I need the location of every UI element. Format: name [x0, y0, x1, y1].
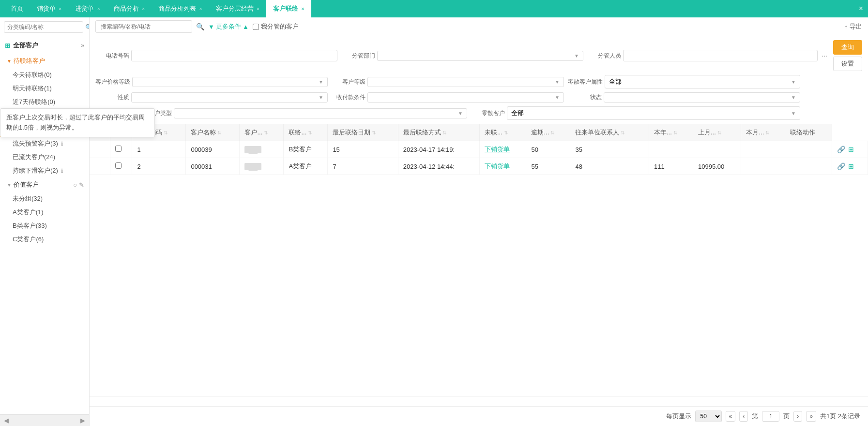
caret-gender: ▼ — [319, 95, 323, 100]
th-last-month: 上月...⇅ — [693, 124, 741, 141]
chevron-up-icon: ▲ — [243, 23, 249, 30]
select-customer-type[interactable]: ▼ — [174, 108, 467, 118]
select-dept[interactable]: ▼ — [377, 51, 583, 61]
sort-icon-code: ⇅ — [164, 130, 168, 135]
sidebar-pending-header[interactable]: ▼ 待联络客户 — [0, 54, 89, 68]
sidebar-item-a-class[interactable]: A类客户(1) — [0, 206, 89, 219]
query-button[interactable]: 查询 — [833, 40, 862, 55]
label-scattered-customer: 零散客户 — [471, 109, 505, 118]
td-this-month-1 — [785, 158, 832, 175]
settings-button[interactable]: 设置 — [833, 57, 862, 71]
nav-close-sales[interactable]: × — [59, 6, 61, 12]
last-page-button[interactable]: » — [806, 411, 816, 422]
nav-home[interactable]: 首页 — [4, 0, 30, 17]
prev-page-button[interactable]: ‹ — [739, 411, 748, 422]
sidebar-item-loss-preview[interactable]: 流失预警客户(3) ℹ — [0, 137, 89, 150]
sidebar-item-c-class[interactable]: C类客户(6) — [0, 233, 89, 246]
nav-close-purchase[interactable]: × — [97, 6, 100, 12]
sidebar-item-7days[interactable]: 近7天待联络(0) — [0, 95, 89, 109]
sidebar-item-tomorrow[interactable]: 明天待联络(1) — [0, 82, 89, 95]
nav-product-analysis[interactable]: 商品分析 × — [107, 0, 152, 17]
select-payment[interactable]: ▼ — [367, 92, 564, 103]
td-checkbox-0 — [110, 141, 132, 158]
sidebar-all-customers[interactable]: ⊞ 全部客户 » — [0, 37, 89, 54]
sidebar: 🔍 ⊞ 全部客户 » ▼ 待联络客户 今天待联络(0) 明天待联络(1) 近7天… — [0, 17, 90, 426]
nav-customer-contact[interactable]: 客户联络 × — [266, 0, 311, 17]
first-page-button[interactable]: « — [726, 411, 736, 422]
close-all-tabs-button[interactable]: × — [859, 4, 863, 13]
sidebar-search-input[interactable] — [4, 21, 83, 33]
export-button[interactable]: ↑ 导出 — [845, 22, 863, 31]
my-customers-checkbox[interactable] — [253, 24, 259, 30]
td-method-1: 下销货单 — [479, 158, 526, 175]
action-grid-icon-0[interactable]: ⊞ — [848, 146, 854, 153]
sidebar-item-persistent-down[interactable]: 持续下滑客户(2) ℹ — [0, 164, 89, 177]
select-price-level[interactable]: ▼ — [132, 77, 328, 87]
nav-close-analysis-list[interactable]: × — [199, 6, 202, 12]
sort-icon-year: ⇅ — [673, 130, 677, 135]
edit-icon[interactable]: ✎ — [79, 181, 84, 189]
input-person[interactable] — [623, 50, 818, 61]
th-contact-count: 联络...⇅ — [284, 124, 328, 141]
arrow-left-icon[interactable]: ◀ — [4, 417, 9, 424]
label-payment: 收付款条件 — [332, 93, 365, 102]
row-checkbox-0[interactable] — [115, 146, 122, 152]
nav-close-contact[interactable]: × — [301, 6, 304, 12]
sidebar-item-today[interactable]: 今天待联络(0) — [0, 68, 89, 82]
sidebar-item-already-lost[interactable]: 已流失客户(24) — [0, 150, 89, 164]
horizontal-scrollbar[interactable] — [90, 397, 868, 406]
sidebar-bottom-bar: ◀ ▶ — [0, 414, 89, 426]
sidebar-item-b-class[interactable]: B类客户(33) — [0, 219, 89, 233]
search-button[interactable]: 🔍 — [196, 23, 204, 30]
page-label: 第 — [752, 412, 758, 421]
select-gender[interactable]: ▼ — [131, 92, 328, 103]
caret-clevel: ▼ — [555, 79, 560, 85]
label-phone: 电话号码 — [95, 52, 129, 60]
action-link-icon-0[interactable]: 🔗 — [837, 146, 845, 153]
td-last-month-0 — [741, 141, 785, 158]
td-type-1: A类客户 — [284, 158, 328, 175]
table-row: 2 000031 ██ A类客户 7 2023-04-12 14:44: 下销货… — [90, 158, 868, 175]
nav-sales-order[interactable]: 销货单 × — [30, 0, 68, 17]
arrow-right-icon[interactable]: ▶ — [80, 417, 85, 424]
info-icon-persist[interactable]: ℹ — [61, 168, 63, 174]
select-scattered-attr[interactable]: 全部 ▼ — [605, 75, 800, 88]
td-index-1: 2 — [132, 158, 186, 175]
nav-close-analysis[interactable]: × — [142, 6, 145, 12]
nav-customer-segmentation[interactable]: 客户分层经营 × — [209, 0, 266, 17]
action-grid-icon-1[interactable]: ⊞ — [848, 162, 854, 170]
input-phone[interactable] — [131, 50, 337, 61]
td-index-0: 1 — [132, 141, 186, 158]
circle-icon[interactable]: ○ — [73, 181, 77, 189]
select-customer-level[interactable]: ▼ — [367, 77, 564, 87]
filter-field-price-level: 客户价格等级 ▼ — [95, 77, 328, 87]
nav-close-segmentation[interactable]: × — [257, 6, 259, 12]
row-checkbox-1[interactable] — [115, 162, 122, 169]
top-nav: 首页 销货单 × 进货单 × 商品分析 × 商品分析列表 × 客户分层经营 × … — [0, 0, 868, 17]
search-input[interactable] — [95, 20, 192, 33]
filter-icon: ▼ — [208, 23, 214, 30]
label-dept: 分管部门 — [341, 52, 375, 60]
sidebar-search-icon[interactable]: 🔍 — [85, 24, 90, 31]
sidebar-value-group-header[interactable]: ▼ 价值客户 ○ ✎ — [0, 177, 89, 192]
th-contact-person: 往来单位联系人⇅ — [570, 124, 649, 141]
next-page-button[interactable]: › — [793, 411, 802, 422]
nav-product-analysis-list[interactable]: 商品分析列表 × — [152, 0, 209, 17]
page-number-input[interactable] — [762, 411, 779, 422]
person-dots-button[interactable]: ··· — [820, 52, 829, 59]
filter-field-dept: 分管部门 ▼ — [341, 51, 583, 61]
td-overdue-0: 35 — [570, 141, 649, 158]
select-scattered-customer[interactable]: 全部 ▼ — [507, 106, 800, 120]
action-link-icon-1[interactable]: 🔗 — [837, 162, 845, 170]
select-status[interactable]: ▼ — [604, 92, 800, 103]
per-page-select[interactable]: 50 10 20 100 — [695, 411, 722, 422]
th-last-date: 最后联络日期⇅ — [328, 124, 398, 141]
more-conditions-button[interactable]: ▼ 更多条件 ▲ — [208, 22, 249, 31]
sidebar-item-ungroup[interactable]: 未分组(32) — [0, 192, 89, 206]
filter-row-1: 电话号码 分管部门 ▼ 分管人员 ··· 查询 设置 — [95, 40, 862, 71]
method-link-0[interactable]: 下销货单 — [485, 146, 510, 153]
nav-purchase-order[interactable]: 进货单 × — [68, 0, 107, 17]
triangle-icon-2: ▼ — [7, 182, 12, 188]
method-link-1[interactable]: 下销货单 — [485, 162, 510, 170]
info-icon-loss[interactable]: ℹ — [61, 141, 63, 147]
